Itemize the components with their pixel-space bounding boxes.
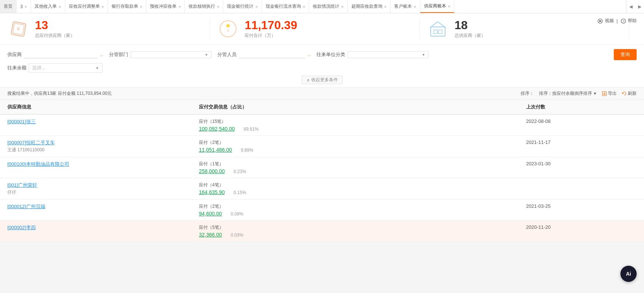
tx-amount[interactable]: 32,366.00 bbox=[199, 232, 222, 238]
tx-percent: 0.23% bbox=[234, 169, 246, 174]
supplier-ellipsis[interactable]: ... bbox=[100, 52, 103, 57]
total-amount: 11,170.39 bbox=[245, 19, 297, 31]
nav-tab-verify[interactable]: 收款核销执行 × bbox=[185, 0, 223, 13]
tx-label: 应付（5笔） bbox=[199, 224, 526, 231]
last-pay-date: 2022-08-08 bbox=[526, 118, 551, 124]
filter-area: 供应商 ... 分管部门 ▼ 分管人员 ... 往来单位分类 ▼ 查询 往来 bbox=[0, 45, 644, 87]
close-icon[interactable]: × bbox=[178, 4, 181, 9]
filter-row-1: 供应商 ... 分管部门 ▼ 分管人员 ... 往来单位分类 ▼ 查询 bbox=[7, 49, 637, 60]
nav-tab-cash-stat[interactable]: 现金银行统计 × bbox=[223, 0, 262, 13]
close-icon[interactable]: × bbox=[102, 4, 104, 9]
category-select[interactable]: ▼ bbox=[347, 51, 428, 58]
svg-text:⭐: ⭐ bbox=[225, 23, 231, 28]
nav-tab-label: 收款情况统计 bbox=[313, 3, 339, 10]
tx-amount[interactable]: 258,000.00 bbox=[199, 168, 225, 174]
nav-tab-label: 超期应收款查询 bbox=[351, 3, 382, 10]
close-icon[interactable]: × bbox=[255, 4, 258, 9]
supplier-count: 13 bbox=[35, 19, 75, 31]
nav-tab-label: 银行存取款单 bbox=[112, 3, 138, 10]
stat-block-amount: ⭐ ¥ 11,170.39 应付合计（万） bbox=[217, 18, 419, 40]
last-pay-cell: 2020-11-20 bbox=[526, 224, 637, 230]
nav-tab-collection-stat[interactable]: 收款情况统计 × bbox=[309, 0, 347, 13]
nav-tab-label: 现金银行统计 bbox=[227, 3, 253, 10]
supplier-name-link[interactable]: [000007]恒旺二手叉车 bbox=[7, 139, 199, 146]
supplier-sub: 王通 17106110000 bbox=[7, 147, 199, 153]
dept-select[interactable]: ▼ bbox=[130, 51, 211, 58]
refresh-icon bbox=[622, 91, 627, 96]
collapse-button[interactable]: ∧ 收起更多条件 bbox=[302, 76, 343, 84]
close-icon[interactable]: × bbox=[303, 4, 305, 9]
table-row: [000002]李四 应付（5笔） 32,366.00 0.03% 2020-1… bbox=[0, 221, 644, 242]
tx-amount[interactable]: 94,600.00 bbox=[199, 211, 222, 217]
last-pay-date: 2021-03-25 bbox=[526, 203, 551, 209]
nav-tab-bank-deposit[interactable]: 银行存取款单 × bbox=[108, 0, 146, 13]
supplier-name-link[interactable]: [001]广州荣轩 bbox=[7, 182, 199, 189]
last-pay-cell: 2021-03-25 bbox=[526, 203, 637, 209]
nav-prev-button[interactable]: ◀ bbox=[626, 0, 635, 13]
nav-tab-home[interactable]: 首页 bbox=[0, 0, 17, 13]
nav-next-button[interactable]: ▶ bbox=[635, 0, 644, 13]
stats-area: ¥ 13 总应付供应商（家） ⭐ ¥ 11,170.39 应付合计（万） bbox=[0, 13, 644, 45]
close-icon[interactable]: × bbox=[384, 4, 386, 9]
svg-rect-7 bbox=[434, 30, 437, 34]
supplier-name-link[interactable]: [000012]广州贝瑞 bbox=[7, 203, 199, 210]
close-icon[interactable]: × bbox=[414, 4, 416, 9]
nav-tab-other-income[interactable]: 其他收入单 × bbox=[31, 0, 65, 13]
nav-tab-prepay[interactable]: 预收冲应收单 × bbox=[146, 0, 185, 13]
tx-info-cell: 应付（2笔） 11,051,486.00 9.89% bbox=[199, 139, 526, 153]
query-button[interactable]: 查询 bbox=[614, 49, 637, 60]
refresh-label: 刷新 bbox=[628, 90, 637, 97]
tx-amount[interactable]: 11,051,486.00 bbox=[199, 147, 232, 153]
close-icon[interactable]: × bbox=[25, 4, 27, 9]
export-button[interactable]: 导出 bbox=[602, 90, 617, 97]
top-right-links: 视频 | ? 帮助 bbox=[598, 18, 637, 24]
tx-label: 应付（15笔） bbox=[199, 118, 526, 125]
person-ellipsis[interactable]: ... bbox=[307, 52, 311, 57]
supplier-input[interactable] bbox=[24, 51, 98, 58]
table-row: [000012]广州贝瑞 应付（2笔） 94,600.00 0.08% 2021… bbox=[0, 200, 644, 221]
help-link[interactable]: ? 帮助 bbox=[621, 18, 637, 24]
close-icon[interactable]: × bbox=[341, 4, 343, 9]
supplier-name-link[interactable]: [000100]本特勤油品有限公司 bbox=[7, 161, 199, 168]
nav-tab-ar-adjust[interactable]: 应收应付调整单 × bbox=[65, 0, 108, 13]
nav-tab-label: 首页 bbox=[4, 3, 13, 10]
close-icon[interactable]: × bbox=[140, 4, 142, 9]
export-icon bbox=[602, 91, 607, 96]
table-row: [000100]本特勤油品有限公司 应付（1笔） 258,000.00 0.23… bbox=[0, 157, 644, 178]
nav-tab-customer-ledger[interactable]: 客户账本 × bbox=[391, 0, 420, 13]
sort-select[interactable]: 排序：按应付余额倒序排序 ▼ bbox=[539, 90, 597, 97]
close-icon[interactable]: × bbox=[448, 4, 450, 8]
supplier-info-cell: [000007]恒旺二手叉车 王通 17106110000 bbox=[7, 139, 199, 153]
tx-amount[interactable]: 100,092,540.00 bbox=[199, 126, 235, 132]
close-icon[interactable]: × bbox=[59, 4, 61, 9]
nav-tab-label: 供应商账本 bbox=[424, 3, 446, 9]
close-icon[interactable]: × bbox=[217, 4, 219, 9]
person-filter-label: 分管人员 bbox=[217, 51, 237, 58]
results-summary: 搜索结果中，供应商13家 应付金额 111,703,854.00元 bbox=[7, 90, 112, 97]
refresh-button[interactable]: 刷新 bbox=[622, 90, 637, 97]
total-amount-label: 应付合计（万） bbox=[245, 32, 297, 39]
person-input[interactable] bbox=[239, 51, 305, 58]
table-row: [001]广州荣轩 仔仔 应付（4笔） 164,635.90 0.15% bbox=[0, 178, 644, 200]
tx-percent: 0.15% bbox=[234, 190, 246, 195]
supplier-filter-label: 供应商 bbox=[7, 51, 22, 58]
supplier-name-link[interactable]: [000001]张三 bbox=[7, 118, 199, 125]
tx-amount[interactable]: 164,635.90 bbox=[199, 189, 225, 195]
separator: | bbox=[617, 18, 618, 24]
col-supplier-header: 供应商信息 bbox=[7, 104, 199, 110]
tx-info-cell: 应付（4笔） 164,635.90 0.15% bbox=[199, 182, 526, 195]
nav-arrows: ◀ ▶ bbox=[626, 0, 644, 13]
nav-tab-3[interactable]: 3 × bbox=[17, 0, 31, 13]
top-navigation: 首页 3 × 其他收入单 × 应收应付调整单 × 银行存取款单 × 预收冲应收单… bbox=[0, 0, 644, 13]
export-label: 导出 bbox=[608, 90, 617, 97]
nav-tab-cash-flow[interactable]: 现金银行流水查询 × bbox=[262, 0, 309, 13]
nav-tab-supplier-ledger[interactable]: 供应商账本 × bbox=[420, 0, 454, 13]
balance-select[interactable]: 选择... ▼ bbox=[29, 63, 102, 73]
nav-tab-label: 3 bbox=[20, 4, 23, 9]
video-link[interactable]: 视频 bbox=[598, 18, 613, 24]
supplier-info-cell: [000001]张三 bbox=[7, 118, 199, 126]
diamond-icon: ¥ bbox=[7, 18, 29, 40]
nav-tab-overdue[interactable]: 超期应收款查询 × bbox=[348, 0, 391, 13]
filter-dept: 分管部门 ▼ bbox=[109, 51, 211, 58]
supplier-name-link[interactable]: [000002]李四 bbox=[7, 224, 199, 231]
